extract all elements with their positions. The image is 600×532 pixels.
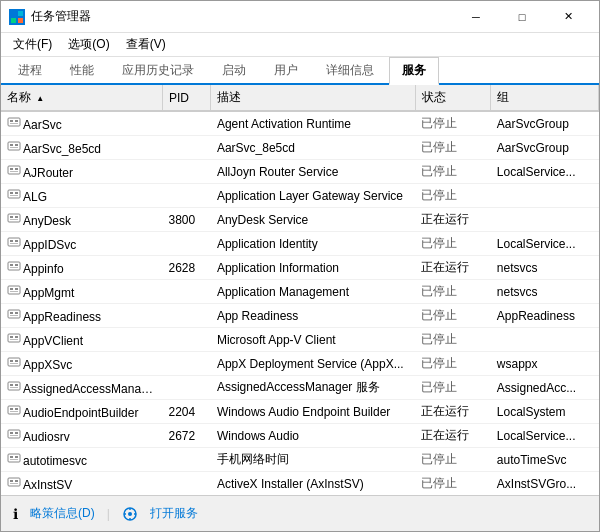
svg-rect-46 [15,360,18,362]
table-row[interactable]: ALG Application Layer Gateway Service 已停… [1,184,599,208]
cell-pid [162,448,210,472]
col-header-name[interactable]: 名称 ▲ [1,85,162,111]
table-row[interactable]: AudioEndpointBuilder 2204 Windows Audio … [1,400,599,424]
service-icon [7,379,23,393]
cell-desc: Application Information [211,256,416,280]
tab-details[interactable]: 详细信息 [313,57,387,83]
table-row[interactable]: AnyDesk 3800 AnyDesk Service 正在运行 [1,208,599,232]
col-header-desc[interactable]: 描述 [211,85,416,111]
footer-divider: | [107,507,110,521]
footer-hint-icon: ℹ [13,506,18,522]
col-header-status[interactable]: 状态 [415,85,490,111]
table-row[interactable]: AxInstSV ActiveX Installer (AxInstSV) 已停… [1,472,599,496]
minimize-button[interactable]: ─ [453,1,499,33]
cell-status: 已停止 [415,136,490,160]
cell-status: 正在运行 [415,256,490,280]
cell-status: 正在运行 [415,208,490,232]
cell-desc: AarSvc_8e5cd [211,136,416,160]
tab-users[interactable]: 用户 [261,57,311,83]
table-row[interactable]: AppVClient Microsoft App-V Client 已停止 [1,328,599,352]
open-services-link[interactable]: 打开服务 [150,505,198,522]
svg-rect-17 [10,192,13,194]
sort-arrow-name: ▲ [36,94,44,103]
cell-name: AarSvc_8e5cd [1,136,162,160]
svg-rect-48 [8,382,20,390]
cell-pid [162,184,210,208]
table-row[interactable]: AssignedAccessManager... AssignedAccessM… [1,376,599,400]
svg-rect-14 [15,168,18,170]
cell-group [491,184,599,208]
window-title: 任务管理器 [31,8,453,25]
tab-services[interactable]: 服务 [389,57,439,85]
service-icon [7,259,23,273]
table-row[interactable]: AppIDSvc Application Identity 已停止 LocalS… [1,232,599,256]
cell-desc: AssignedAccessManager 服务 [211,376,416,400]
table-row[interactable]: Appinfo 2628 Application Information 正在运… [1,256,599,280]
cell-group: AarSvcGroup [491,136,599,160]
cell-pid [162,160,210,184]
services-tbody: AarSvc Agent Activation Runtime 已停止 AarS… [1,111,599,495]
table-row[interactable]: AppXSvc AppX Deployment Service (AppX...… [1,352,599,376]
cell-desc: Application Layer Gateway Service [211,184,416,208]
svg-rect-21 [10,216,13,218]
cell-pid [162,111,210,136]
cell-pid [162,280,210,304]
menu-view[interactable]: 查看(V) [118,34,174,55]
service-icon [7,139,23,153]
cell-group: AxInstSVGro... [491,472,599,496]
cell-pid [162,352,210,376]
table-row[interactable]: AarSvc Agent Activation Runtime 已停止 AarS… [1,111,599,136]
cell-desc: AppX Deployment Service (AppX... [211,352,416,376]
svg-rect-12 [8,166,20,174]
svg-rect-60 [8,454,20,462]
table-row[interactable]: AarSvc_8e5cd AarSvc_8e5cd 已停止 AarSvcGrou… [1,136,599,160]
cell-name: Appinfo [1,256,162,280]
menu-options[interactable]: 选项(O) [60,34,117,55]
close-button[interactable]: ✕ [545,1,591,33]
svg-rect-41 [10,336,13,338]
hint-info-link[interactable]: 略策信息(D) [30,505,95,522]
svg-rect-65 [10,480,13,482]
maximize-button[interactable]: □ [499,1,545,33]
cell-group: LocalService... [491,232,599,256]
service-icon [7,355,23,369]
svg-rect-30 [15,264,18,266]
cell-name: autotimesvc [1,448,162,472]
svg-rect-39 [10,315,18,316]
service-icon [7,307,23,321]
svg-rect-4 [8,118,20,126]
tab-processes[interactable]: 进程 [5,57,55,83]
svg-rect-34 [15,288,18,290]
col-header-group[interactable]: 组 [491,85,599,111]
svg-rect-49 [10,384,13,386]
svg-rect-54 [15,408,18,410]
svg-rect-32 [8,286,20,294]
menu-file[interactable]: 文件(F) [5,34,60,55]
tab-performance[interactable]: 性能 [57,57,107,83]
service-icon [7,211,23,225]
table-row[interactable]: AppMgmt Application Management 已停止 netsv… [1,280,599,304]
table-row[interactable]: AppReadiness App Readiness 已停止 AppReadin… [1,304,599,328]
table-row[interactable]: AJRouter AllJoyn Router Service 已停止 Loca… [1,160,599,184]
cell-status: 正在运行 [415,424,490,448]
svg-rect-36 [8,310,20,318]
tab-app-history[interactable]: 应用历史记录 [109,57,207,83]
svg-rect-47 [10,363,18,364]
svg-rect-23 [10,219,18,220]
cell-group: AarSvcGroup [491,111,599,136]
svg-rect-31 [10,267,18,268]
table-row[interactable]: autotimesvc 手机网络时间 已停止 autoTimeSvc [1,448,599,472]
service-icon [7,115,23,129]
cell-group: wsappx [491,352,599,376]
svg-rect-6 [15,120,18,122]
cell-status: 已停止 [415,232,490,256]
svg-rect-5 [10,120,13,122]
col-header-pid[interactable]: PID [162,85,210,111]
service-icon [7,451,23,465]
cell-status: 已停止 [415,111,490,136]
svg-rect-8 [8,142,20,150]
table-row[interactable]: Audiosrv 2672 Windows Audio 正在运行 LocalSe… [1,424,599,448]
cell-status: 已停止 [415,280,490,304]
services-table-container[interactable]: 名称 ▲ PID 描述 状态 组 [1,85,599,495]
tab-startup[interactable]: 启动 [209,57,259,83]
